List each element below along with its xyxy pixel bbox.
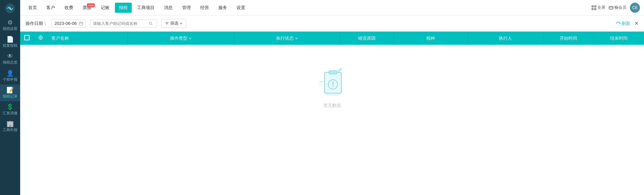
- nav-item-shezhi[interactable]: 设置: [232, 3, 249, 13]
- sidebar-item-baoshui-shezhi[interactable]: ⚙ 报税设置: [0, 17, 20, 34]
- geshui-shenbao-icon: 👤: [6, 70, 14, 76]
- close-button[interactable]: ✕: [634, 20, 639, 27]
- member-button[interactable]: 畅会员: [609, 5, 627, 10]
- empty-state-cell: 暂无数据: [20, 45, 644, 129]
- topnav: 首页 客户 收费 票据 new 记账 报税 工商项目 消息 管理 经营 服务 设…: [20, 0, 644, 15]
- th-checkbox[interactable]: [20, 32, 34, 45]
- sidebar-item-label: 工商年报: [3, 128, 17, 132]
- member-label: 畅会员: [614, 5, 627, 10]
- sidebar-item-label: 报税总览: [3, 60, 17, 65]
- nav-item-jizhang[interactable]: 记账: [97, 3, 114, 13]
- svg-point-31: [326, 93, 340, 96]
- sidebar-item-label: 批量报税: [3, 43, 17, 48]
- th-start-time: 开始时间: [543, 32, 594, 45]
- fullscreen-button[interactable]: 全屏: [592, 5, 605, 10]
- fullscreen-icon: [592, 5, 596, 10]
- search-input[interactable]: [93, 21, 147, 26]
- th-end-time: 结束时间: [594, 32, 644, 45]
- nav-item-gongshang-xiangmu[interactable]: 工商项目: [133, 3, 159, 13]
- avatar[interactable]: CE: [630, 3, 640, 13]
- table-container: 客户名称 操作类型 执行状态: [20, 32, 644, 195]
- toolbar: 操作日期： 2023-06-06: [20, 15, 644, 32]
- svg-point-18: [39, 36, 42, 40]
- filter-sort-icon2: [295, 37, 298, 40]
- nav-item-jingying[interactable]: 经营: [196, 3, 213, 13]
- nav-item-fuwu[interactable]: 服务: [214, 3, 231, 13]
- nav-item-xiaoxi[interactable]: 消息: [160, 3, 177, 13]
- settings-icon: [38, 35, 43, 40]
- nav-item-baoshui[interactable]: 报税: [115, 3, 132, 13]
- sidebar-logo[interactable]: [0, 0, 20, 17]
- content-area: 操作日期： 2023-06-06: [20, 15, 644, 195]
- huisuan-qingjiao-icon: 💲: [6, 104, 14, 110]
- sidebar-item-piliang-baoshui[interactable]: 📄 批量报税: [0, 34, 20, 50]
- filter-icon: [165, 22, 169, 26]
- nav-item-piaoju[interactable]: 票据 new: [79, 3, 95, 13]
- filter-sort-icon: [188, 37, 192, 40]
- svg-rect-2: [592, 6, 593, 7]
- empty-state-row: 暂无数据: [20, 45, 644, 129]
- sidebar-item-huisuan-qingjiao[interactable]: 💲 汇算清缴: [0, 101, 20, 118]
- new-badge: new: [87, 3, 95, 8]
- empty-state: 暂无数据: [20, 45, 644, 129]
- svg-line-13: [152, 24, 153, 25]
- svg-rect-5: [595, 8, 596, 10]
- refresh-icon: [616, 21, 620, 26]
- svg-rect-4: [592, 8, 593, 10]
- nav-item-customer[interactable]: 客户: [42, 3, 59, 13]
- gongshang-nianbao-icon: 🏢: [6, 121, 14, 127]
- sidebar-item-label: 报税记录: [3, 94, 17, 99]
- th-exec-status[interactable]: 执行状态: [234, 32, 340, 45]
- sidebar-item-label: 个税申报: [3, 77, 17, 82]
- th-error-reason: 错误原因: [340, 32, 394, 45]
- table-body: 暂无数据: [20, 45, 644, 129]
- svg-point-28: [332, 86, 333, 87]
- topnav-right: 全屏 畅会员 CE: [592, 3, 640, 13]
- header-checkbox[interactable]: [24, 35, 30, 40]
- sidebar-item-label: 报税设置: [3, 27, 17, 31]
- date-value: 2023-06-06: [54, 21, 77, 26]
- date-input[interactable]: 2023-06-06: [51, 19, 86, 28]
- main-container: 首页 客户 收费 票据 new 记账 报税 工商项目 消息 管理 经营 服务 设…: [20, 0, 644, 195]
- date-label: 操作日期：: [26, 21, 47, 27]
- sidebar: ⚙ 报税设置 📄 批量报税 👁 报税总览 👤 个税申报 📝 报税记录 💲 汇算清…: [0, 0, 20, 195]
- baoshui-zongllan-icon: 👁: [7, 53, 13, 59]
- baoshui-shezhi-icon: ⚙: [7, 20, 13, 26]
- empty-state-illustration: [317, 65, 347, 99]
- refresh-button[interactable]: 刷新: [616, 21, 630, 27]
- empty-text: 暂无数据: [324, 103, 341, 109]
- sidebar-item-gongshang-nianbao[interactable]: 🏢 工商年报: [0, 118, 20, 135]
- sidebar-item-label: 汇算清缴: [3, 111, 17, 115]
- nav-item-home[interactable]: 首页: [24, 3, 41, 13]
- svg-rect-8: [79, 22, 83, 25]
- nav-item-shoufei[interactable]: 收费: [60, 3, 77, 13]
- refresh-label: 刷新: [621, 21, 630, 27]
- search-icon: [149, 22, 153, 26]
- th-customer-name: 客户名称: [47, 32, 128, 45]
- data-table: 客户名称 操作类型 执行状态: [20, 32, 644, 129]
- th-settings[interactable]: [34, 32, 47, 45]
- filter-button[interactable]: 筛选: [161, 19, 186, 28]
- th-executor: 执行人: [468, 32, 543, 45]
- topnav-items: 首页 客户 收费 票据 new 记账 报税 工商项目 消息 管理 经营 服务 设…: [24, 3, 592, 13]
- svg-point-12: [149, 22, 152, 24]
- calendar-icon: [79, 22, 83, 26]
- sidebar-item-baoshui-zongllan[interactable]: 👁 报税总览: [0, 50, 20, 67]
- th-tax-type: 税种: [394, 32, 468, 45]
- baoshui-jilu-icon: 📝: [6, 87, 14, 93]
- svg-point-1: [9, 7, 11, 9]
- table-header-row: 客户名称 操作类型 执行状态: [20, 32, 644, 45]
- svg-rect-3: [595, 6, 596, 7]
- member-icon: [609, 5, 613, 10]
- sidebar-item-geshui-shenbao[interactable]: 👤 个税申报: [0, 68, 20, 84]
- svg-point-17: [40, 37, 41, 38]
- svg-rect-6: [609, 6, 613, 9]
- th-operation-type[interactable]: 操作类型: [128, 32, 234, 45]
- fullscreen-label: 全屏: [597, 5, 605, 10]
- sidebar-item-baoshui-jilu[interactable]: 📝 报税记录: [0, 84, 20, 101]
- search-box[interactable]: [90, 20, 157, 28]
- filter-label: 筛选: [170, 21, 178, 26]
- piliang-baoshui-icon: 📄: [6, 36, 14, 42]
- chevron-down-icon: [180, 22, 182, 25]
- nav-item-guanli[interactable]: 管理: [178, 3, 195, 13]
